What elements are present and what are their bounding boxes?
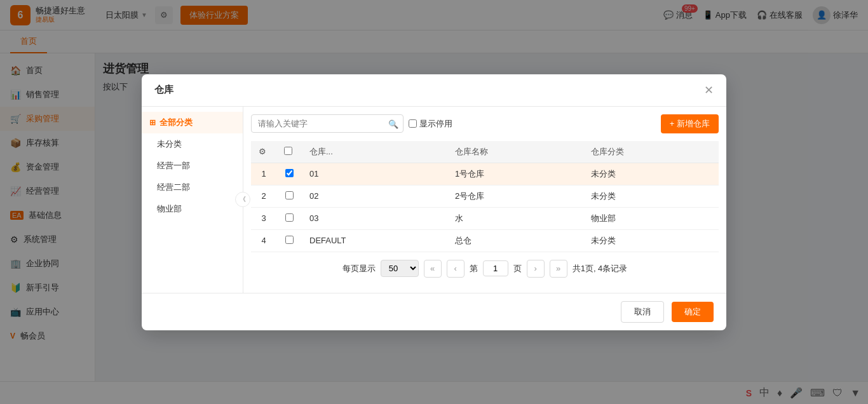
- table-row: 2 02 2号仓库 未分类: [251, 185, 719, 207]
- row-select-checkbox[interactable]: [285, 191, 294, 199]
- row-name: 水: [447, 207, 583, 229]
- row-code: 01: [302, 163, 447, 185]
- prev-page-button[interactable]: ‹: [447, 260, 465, 278]
- search-input-wrap: 🔍: [251, 114, 403, 133]
- select-all-checkbox[interactable]: [284, 147, 292, 155]
- category-all[interactable]: ⊞ 全部分类: [142, 112, 243, 133]
- th-name: 仓库名称: [447, 141, 583, 163]
- th-category: 仓库分类: [583, 141, 719, 163]
- modal-footer: 取消 确定: [142, 293, 726, 330]
- category-item-ops2[interactable]: 经营二部: [142, 177, 243, 198]
- modal-title: 仓库: [154, 84, 173, 96]
- table-toolbar: 🔍 显示停用 + 新增仓库: [251, 114, 719, 133]
- category-item-ops1[interactable]: 经营一部: [142, 155, 243, 177]
- th-settings: ⚙: [251, 141, 276, 163]
- first-page-button[interactable]: «: [424, 260, 442, 278]
- row-category: 未分类: [583, 185, 719, 207]
- grid-icon: ⊞: [149, 118, 156, 127]
- pagination: 每页显示 50 100 « ‹ 第 页 › » 共1页, 4条记录: [251, 252, 719, 285]
- show-disabled-label: 显示停用: [419, 118, 452, 130]
- row-checkbox[interactable]: [276, 163, 302, 185]
- table-row: 1 01 1号仓库 未分类: [251, 163, 719, 185]
- table-panel: 🔍 显示停用 + 新增仓库 ⚙: [243, 107, 726, 293]
- row-checkbox[interactable]: [276, 185, 302, 207]
- modal-overlay: 仓库 ✕ ⊞ 全部分类 未分类 经营一部 经营二部 物业部 《: [0, 0, 868, 404]
- row-category: 物业部: [583, 207, 719, 229]
- th-code: 仓库...: [302, 141, 447, 163]
- table-row: 3 03 水 物业部: [251, 207, 719, 229]
- row-index: 2: [251, 185, 276, 207]
- row-index: 4: [251, 229, 276, 252]
- row-name: 总仓: [447, 229, 583, 252]
- table-container: ⚙ 仓库... 仓库名称 仓库分类: [251, 141, 719, 252]
- panel-collapse-button[interactable]: 《: [235, 192, 250, 207]
- table-body: 1 01 1号仓库 未分类 2 02 2号仓库 未分类 3 03 水 物业部 4…: [251, 163, 719, 252]
- row-category: 未分类: [583, 229, 719, 252]
- row-category: 未分类: [583, 163, 719, 185]
- row-name: 1号仓库: [447, 163, 583, 185]
- modal-body: ⊞ 全部分类 未分类 经营一部 经营二部 物业部 《 🔍: [142, 107, 726, 293]
- row-select-checkbox[interactable]: [285, 169, 294, 177]
- table-header-row: ⚙ 仓库... 仓库名称 仓库分类: [251, 141, 719, 163]
- page-number-input[interactable]: [483, 260, 508, 276]
- category-item-property[interactable]: 物业部: [142, 198, 243, 220]
- modal-close-button[interactable]: ✕: [704, 83, 714, 97]
- next-page-button[interactable]: ›: [527, 260, 545, 278]
- row-code: DEFAULT: [302, 229, 447, 252]
- per-page-select[interactable]: 50 100: [381, 260, 419, 277]
- warehouse-table: ⚙ 仓库... 仓库名称 仓库分类: [251, 141, 719, 252]
- new-warehouse-button[interactable]: + 新增仓库: [661, 114, 719, 133]
- search-input[interactable]: [251, 114, 403, 133]
- search-icon[interactable]: 🔍: [388, 119, 398, 128]
- cancel-button[interactable]: 取消: [621, 301, 664, 323]
- row-code: 03: [302, 207, 447, 229]
- row-checkbox[interactable]: [276, 229, 302, 252]
- categories-panel: ⊞ 全部分类 未分类 经营一部 经营二部 物业部 《: [142, 107, 243, 293]
- row-name: 2号仓库: [447, 185, 583, 207]
- row-select-checkbox[interactable]: [285, 213, 294, 222]
- show-disabled-wrap: 显示停用: [409, 118, 452, 130]
- warehouse-modal: 仓库 ✕ ⊞ 全部分类 未分类 经营一部 经营二部 物业部 《: [142, 74, 726, 330]
- row-checkbox[interactable]: [276, 207, 302, 229]
- row-select-checkbox[interactable]: [285, 236, 294, 244]
- show-disabled-checkbox[interactable]: [409, 119, 417, 128]
- row-index: 3: [251, 207, 276, 229]
- confirm-button[interactable]: 确定: [672, 302, 714, 322]
- row-code: 02: [302, 185, 447, 207]
- row-index: 1: [251, 163, 276, 185]
- last-page-button[interactable]: »: [550, 260, 567, 278]
- total-label: 共1页, 4条记录: [573, 263, 628, 274]
- modal-header: 仓库 ✕: [142, 74, 726, 107]
- category-item-uncategorized[interactable]: 未分类: [142, 133, 243, 155]
- table-row: 4 DEFAULT 总仓 未分类: [251, 229, 719, 252]
- th-checkbox: [276, 141, 302, 163]
